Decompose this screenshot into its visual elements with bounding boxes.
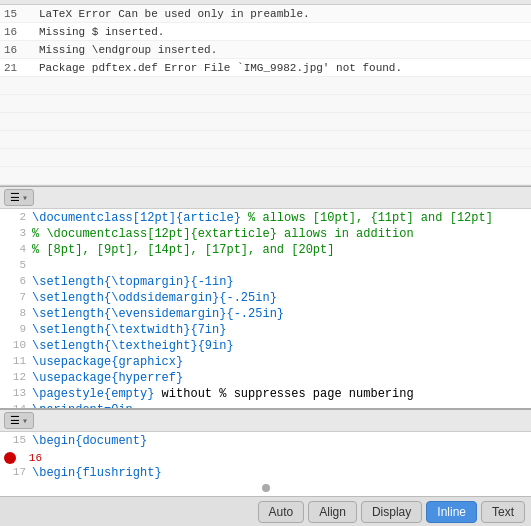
line-number: 8 <box>4 307 32 323</box>
code-text: \usepackage{hyperref} <box>32 371 183 387</box>
empty-row <box>0 131 531 149</box>
footer-btn-auto[interactable]: Auto <box>258 501 305 523</box>
code-text: \begin{flushright} <box>32 466 162 482</box>
code-text: % \documentclass[12pt]{extarticle} allow… <box>32 227 414 243</box>
bottom-toolbar: ☰ ▾ <box>0 410 531 432</box>
code-text: \parindent=0in <box>32 403 133 408</box>
error-line-num: 21 <box>4 62 39 74</box>
code-line[interactable]: 13\pagestyle{empty} without % suppresses… <box>0 387 531 403</box>
footer-btn-inline[interactable]: Inline <box>426 501 477 523</box>
bottom-content: 15\begin{document}1617\begin{flushright} <box>0 432 531 496</box>
bottom-code-line[interactable]: 17\begin{flushright} <box>0 466 531 482</box>
editor-panel: ☰ ▾ 2\documentclass[12pt]{article} % all… <box>0 186 531 409</box>
empty-row <box>0 149 531 167</box>
footer-toolbar: AutoAlignDisplayInlineText <box>0 496 531 526</box>
code-text: \documentclass[12pt]{article} % allows [… <box>32 211 493 227</box>
error-table-body: 15LaTeX Error Can be used only in preamb… <box>0 5 531 77</box>
code-line[interactable]: 11\usepackage{graphicx} <box>0 355 531 371</box>
footer-btn-align[interactable]: Align <box>308 501 357 523</box>
chevron-down-icon-2: ▾ <box>22 415 28 427</box>
code-line[interactable]: 10\setlength{\textheight}{9in} <box>0 339 531 355</box>
empty-rows <box>0 77 531 185</box>
code-line[interactable]: 7\setlength{\oddsidemargin}{-.25in} <box>0 291 531 307</box>
line-number: 14 <box>4 403 32 408</box>
editor-menu-button[interactable]: ☰ ▾ <box>4 189 34 206</box>
footer-btn-display[interactable]: Display <box>361 501 422 523</box>
code-line[interactable]: 8\setlength{\evensidemargin}{-.25in} <box>0 307 531 323</box>
error-message-text: Missing $ inserted. <box>39 26 164 38</box>
bottom-panel: ☰ ▾ 15\begin{document}1617\begin{flushri… <box>0 409 531 496</box>
error-message-text: LaTeX Error Can be used only in preamble… <box>39 8 310 20</box>
code-text: \setlength{\oddsidemargin}{-.25in} <box>32 291 277 307</box>
error-line-number: 16 <box>20 452 48 464</box>
error-row[interactable]: 15LaTeX Error Can be used only in preamb… <box>0 5 531 23</box>
scroll-dot <box>262 484 270 492</box>
line-number: 4 <box>4 243 32 259</box>
code-line[interactable]: 3% \documentclass[12pt]{extarticle} allo… <box>0 227 531 243</box>
error-row[interactable]: 16Missing $ inserted. <box>0 23 531 41</box>
line-number: 12 <box>4 371 32 387</box>
code-line[interactable]: 6\setlength{\topmargin}{-1in} <box>0 275 531 291</box>
line-number: 9 <box>4 323 32 339</box>
code-line[interactable]: 4% [8pt], [9pt], [14pt], [17pt], and [20… <box>0 243 531 259</box>
error-row[interactable]: 16Missing \endgroup inserted. <box>0 41 531 59</box>
code-line[interactable]: 2\documentclass[12pt]{article} % allows … <box>0 211 531 227</box>
error-dot-icon <box>4 452 16 464</box>
menu-icon-2: ☰ <box>10 414 20 427</box>
empty-row <box>0 77 531 95</box>
error-row[interactable]: 21Package pdftex.def Error File `IMG_998… <box>0 59 531 77</box>
code-text: \usepackage{graphicx} <box>32 355 183 371</box>
code-text: \setlength{\textwidth}{7in} <box>32 323 226 339</box>
error-panel: 15LaTeX Error Can be used only in preamb… <box>0 0 531 186</box>
error-line-num: 16 <box>4 26 39 38</box>
code-text: \pagestyle{empty} without % suppresses p… <box>32 387 414 403</box>
empty-row <box>0 167 531 185</box>
code-line[interactable]: 12\usepackage{hyperref} <box>0 371 531 387</box>
error-indicator: 16 <box>0 450 531 466</box>
line-number: 13 <box>4 387 32 403</box>
line-number: 10 <box>4 339 32 355</box>
bottom-menu-button[interactable]: ☰ ▾ <box>4 412 34 429</box>
line-number: 17 <box>4 466 32 482</box>
menu-icon: ☰ <box>10 191 20 204</box>
empty-row <box>0 95 531 113</box>
code-text: \setlength{\evensidemargin}{-.25in} <box>32 307 284 323</box>
line-number: 3 <box>4 227 32 243</box>
error-message-text: Missing \endgroup inserted. <box>39 44 217 56</box>
code-line[interactable]: 5 <box>0 259 531 275</box>
error-message-text: Package pdftex.def Error File `IMG_9982.… <box>39 62 402 74</box>
code-text: \setlength{\textheight}{9in} <box>32 339 234 355</box>
code-line[interactable]: 9\setlength{\textwidth}{7in} <box>0 323 531 339</box>
line-number: 6 <box>4 275 32 291</box>
editor-toolbar: ☰ ▾ <box>0 187 531 209</box>
footer-btn-text[interactable]: Text <box>481 501 525 523</box>
editor-content[interactable]: 2\documentclass[12pt]{article} % allows … <box>0 209 531 408</box>
chevron-down-icon: ▾ <box>22 192 28 204</box>
line-number: 5 <box>4 259 32 275</box>
code-text: \begin{document} <box>32 434 147 450</box>
line-number: 7 <box>4 291 32 307</box>
line-number: 11 <box>4 355 32 371</box>
error-line-num: 15 <box>4 8 39 20</box>
code-line[interactable]: 14\parindent=0in <box>0 403 531 408</box>
empty-row <box>0 113 531 131</box>
line-number: 2 <box>4 211 32 227</box>
scroll-indicator <box>0 482 531 494</box>
error-line-num: 16 <box>4 44 39 56</box>
code-text: % [8pt], [9pt], [14pt], [17pt], and [20p… <box>32 243 334 259</box>
code-text: \setlength{\topmargin}{-1in} <box>32 275 234 291</box>
line-number: 15 <box>4 434 32 450</box>
bottom-code-line[interactable]: 15\begin{document} <box>0 434 531 450</box>
